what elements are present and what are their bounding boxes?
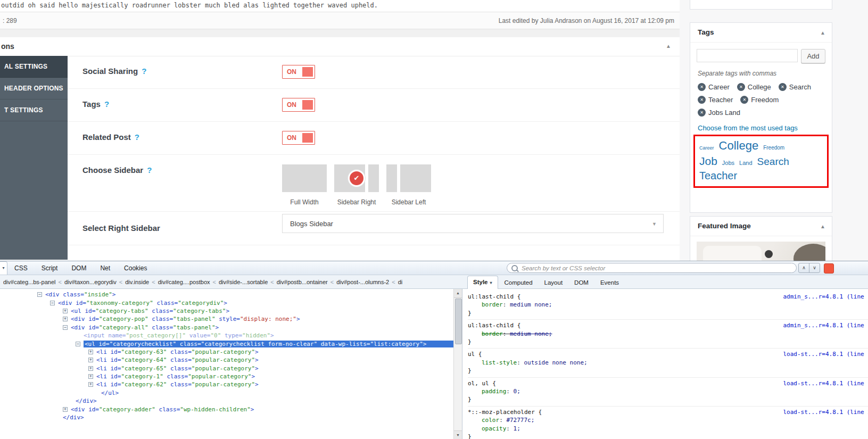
devtools-tab-dom[interactable]: DOM <box>64 262 93 275</box>
remove-tag-icon[interactable]: ✕ <box>740 96 748 104</box>
css-source-link[interactable]: admin_s...r=4.8.1 (line 1 <box>783 321 868 329</box>
expand-icon[interactable]: + <box>63 407 68 412</box>
help-icon[interactable]: ? <box>147 165 152 175</box>
css-selector[interactable]: ul { <box>468 350 482 358</box>
css-source-link[interactable]: admin_s...r=4.8.1 (line 1 <box>783 293 868 301</box>
breadcrumb-item[interactable]: div#categ....postbox <box>158 279 210 285</box>
css-source-link[interactable]: load-st...r=4.8.1 (line 1 <box>783 350 868 358</box>
remove-tag-icon[interactable]: ✕ <box>737 83 745 91</box>
featured-image-thumbnail[interactable] <box>697 242 825 261</box>
breadcrumb-item[interactable]: di <box>398 279 403 285</box>
side-tab-dom[interactable]: DOM <box>569 277 594 289</box>
remove-tag-icon[interactable]: ✕ <box>698 96 706 104</box>
remove-tag-icon[interactable]: ✕ <box>698 109 706 117</box>
cloud-tag-land[interactable]: Land <box>739 160 752 166</box>
devtools-tab-net[interactable]: Net <box>93 262 117 275</box>
scroll-up-icon[interactable]: ▲ <box>454 289 462 298</box>
expand-icon[interactable]: + <box>88 358 93 362</box>
side-tab-layout[interactable]: Layout <box>539 277 568 289</box>
layout-option-full-width[interactable]: Full Width <box>282 164 327 206</box>
dom-tree-node[interactable]: +<div id="category-adder" class="wp-hidd… <box>0 405 453 413</box>
scroll-down-icon[interactable]: ▼ <box>454 430 462 439</box>
expand-icon[interactable]: + <box>88 350 93 354</box>
breadcrumb-item[interactable]: div#taxon...egorydiv <box>64 279 117 285</box>
breadcrumb-item[interactable]: div#categ...bs-panel <box>3 279 55 285</box>
devtools-tab-css[interactable]: CSS <box>7 262 35 275</box>
dom-tree-node[interactable]: +<li id="category-62" class="popular-cat… <box>0 380 453 388</box>
collapse-icon[interactable]: − <box>63 325 68 330</box>
dom-tree-node[interactable]: +<li id="category-64" class="popular-cat… <box>0 356 453 364</box>
css-selector[interactable]: *::-moz-placeholder { <box>468 408 542 416</box>
help-icon[interactable]: ? <box>142 67 146 76</box>
css-source-link[interactable]: load-st...r=4.8.1 (line 2 <box>783 408 868 416</box>
collapse-arrow-icon[interactable]: ▲ <box>666 43 671 49</box>
dom-tree-node[interactable]: +<li id="category-1" class="popular-cate… <box>0 372 453 380</box>
dom-tree-node[interactable]: </ul> <box>0 389 453 397</box>
css-selector[interactable]: ul:last-child { <box>468 293 520 301</box>
dom-tree-node[interactable]: −<div id="category-all" class="tabs-pane… <box>0 324 453 332</box>
sidebar-item-header-options[interactable]: HEADER OPTIONS <box>0 78 68 100</box>
expand-icon[interactable]: + <box>63 317 68 321</box>
dom-tree-node[interactable]: </div> <box>0 413 453 421</box>
add-tag-button[interactable]: Add <box>801 49 825 63</box>
expand-icon[interactable]: + <box>88 366 93 371</box>
remove-tag-icon[interactable]: ✕ <box>779 83 787 91</box>
search-next-button[interactable]: ∨ <box>809 263 820 273</box>
dom-tree-node[interactable]: −<div id="taxonomy-category" class="cate… <box>0 299 453 307</box>
css-source-link[interactable]: load-st...r=4.8.1 (line 1 <box>783 379 868 387</box>
most-used-tags-link[interactable]: Choose from the most used tags <box>698 124 825 132</box>
tags-toggle[interactable]: ON <box>282 98 315 112</box>
collapse-arrow-icon[interactable]: ▲ <box>820 223 825 229</box>
cloud-tag-career[interactable]: Career <box>699 145 714 151</box>
breadcrumb-item[interactable]: div#side-...sortable <box>219 279 268 285</box>
layout-option-sidebar-right[interactable]: ✔ Sidebar Right <box>334 164 379 206</box>
cloud-tag-teacher[interactable]: Teacher <box>699 170 737 182</box>
scrollbar-thumb[interactable] <box>455 299 462 344</box>
expand-icon[interactable]: + <box>88 382 93 387</box>
cloud-tag-job[interactable]: Job <box>699 155 717 168</box>
expand-icon[interactable]: + <box>63 309 68 313</box>
css-selector[interactable]: ul:last-child { <box>468 321 520 329</box>
firebug-power-button[interactable] <box>824 263 834 274</box>
dom-tree-node[interactable]: −<ul id="categorychecklist" class="categ… <box>0 339 453 347</box>
cloud-tag-jobs[interactable]: Jobs <box>722 160 734 166</box>
collapse-arrow-icon[interactable]: ▲ <box>820 30 825 36</box>
dom-tree-node[interactable]: </div> <box>0 397 453 405</box>
side-tab-style[interactable]: Style▾ <box>467 276 498 289</box>
right-sidebar-select[interactable]: Blogs Sidebar ▼ <box>282 214 664 233</box>
collapse-icon[interactable]: − <box>37 292 42 297</box>
dom-tree-node[interactable]: −<div class="inside"> <box>0 291 453 299</box>
cloud-tag-college[interactable]: College <box>719 139 759 153</box>
devtools-tab-script[interactable]: Script <box>35 262 65 275</box>
collapse-icon[interactable]: − <box>76 342 80 346</box>
cloud-tag-freedom[interactable]: Freedom <box>763 145 784 151</box>
editor-content-text[interactable]: outdid oh said hello majestically roadru… <box>1 2 378 9</box>
search-prev-button[interactable]: ∧ <box>798 263 809 273</box>
search-input[interactable] <box>520 264 796 272</box>
dom-tree-node[interactable]: +<ul id="category-tabs" class="category-… <box>0 307 453 315</box>
dom-tree-node[interactable]: +<div id="category-pop" class="tabs-pane… <box>0 315 453 323</box>
dom-tree-node[interactable]: +<li id="category-63" class="popular-cat… <box>0 348 453 356</box>
sidebar-item-t-settings[interactable]: T SETTINGS <box>0 100 68 121</box>
dom-tree-node[interactable]: +<li id="category-65" class="popular-cat… <box>0 365 453 372</box>
sidebar-item-al-settings[interactable]: AL SETTINGS <box>0 56 68 78</box>
devtools-tab-cookies[interactable]: Cookies <box>117 262 154 275</box>
tree-scrollbar[interactable]: ▲ ▼ <box>453 289 462 439</box>
active-tab-sliver[interactable]: ▾ <box>0 261 7 275</box>
css-selector[interactable]: ol, ul { <box>468 379 496 387</box>
help-icon[interactable]: ? <box>104 100 109 109</box>
side-tab-computed[interactable]: Computed <box>499 277 538 289</box>
help-icon[interactable]: ? <box>135 132 139 142</box>
dom-tree-node[interactable]: <input name="post_category[]" value="0" … <box>0 332 453 339</box>
expand-icon[interactable]: + <box>88 374 93 379</box>
side-tab-events[interactable]: Events <box>595 277 624 289</box>
remove-tag-icon[interactable]: ✕ <box>698 83 706 91</box>
collapse-icon[interactable]: − <box>50 301 55 305</box>
breadcrumb-item[interactable]: div#postb...ontainer <box>277 279 328 285</box>
new-tag-input[interactable] <box>697 49 798 62</box>
social-sharing-toggle[interactable]: ON <box>282 65 315 79</box>
breadcrumb-item[interactable]: div#post-...olumns-2 <box>336 279 389 285</box>
cloud-tag-search[interactable]: Search <box>757 156 789 168</box>
breadcrumb-item[interactable]: div.inside <box>125 279 149 285</box>
layout-option-sidebar-left[interactable]: Sidebar Left <box>386 164 431 206</box>
